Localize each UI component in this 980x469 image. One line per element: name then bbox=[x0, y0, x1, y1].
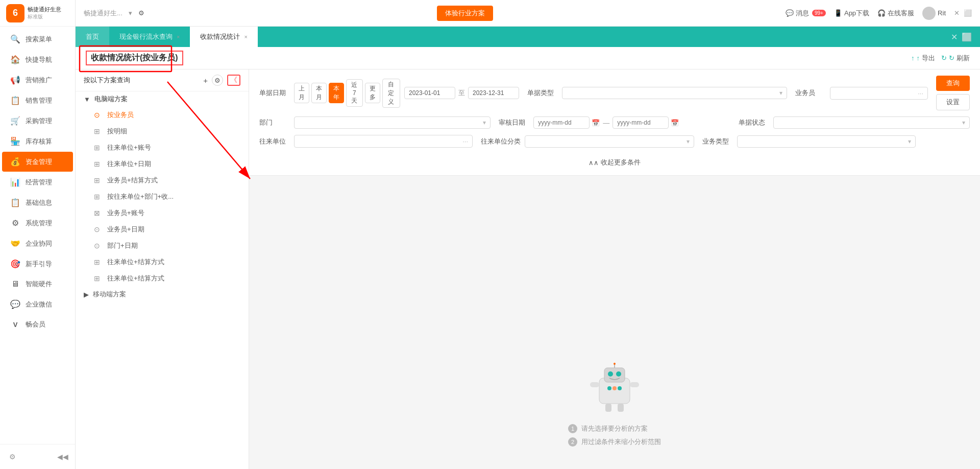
partner-payment1-icon: ⊞ bbox=[94, 258, 103, 266]
partner-category-select[interactable]: ▾ bbox=[525, 135, 694, 148]
sidebar-item-member[interactable]: V 畅会员 bbox=[2, 315, 73, 334]
app-download-btn[interactable]: 📱 App下载 bbox=[834, 9, 869, 18]
partner-payment2-icon: ⊞ bbox=[94, 274, 103, 283]
audit-date-label: 审核日期 bbox=[499, 118, 529, 127]
sidebar-item-wechat[interactable]: 💬 企业微信 bbox=[2, 294, 73, 314]
dept-select[interactable]: ▾ bbox=[294, 116, 491, 129]
scheme-item-partner-dept[interactable]: ⊞ 按往来单位+部门+收... bbox=[76, 189, 249, 205]
filter-collapse-btn[interactable]: 《 bbox=[227, 75, 240, 86]
online-support-btn[interactable]: 🎧 在线客服 bbox=[877, 9, 914, 18]
tab-home[interactable]: 首页 bbox=[76, 27, 109, 47]
sidebar-item-finance[interactable]: 💰 资金管理 bbox=[2, 152, 73, 172]
tip-num-2: 2 bbox=[568, 437, 577, 447]
mobile-group-header[interactable]: ▶ 移动端方案 bbox=[76, 287, 249, 302]
business-type-select[interactable]: ▾ bbox=[737, 135, 916, 148]
sidebar-item-sales[interactable]: 📋 销售管理 bbox=[2, 90, 73, 110]
scheme-item-by-salesman[interactable]: ⊙ 按业务员 bbox=[76, 107, 249, 123]
tab-bank[interactable]: 现金银行流水查询 × bbox=[109, 27, 190, 47]
settings-btn[interactable]: 设置 bbox=[936, 94, 970, 110]
robot-illustration bbox=[584, 363, 645, 414]
maximize-btn[interactable]: ⬜ bbox=[962, 32, 972, 42]
date-btn-this-month[interactable]: 本月 bbox=[311, 83, 327, 103]
date-btn-this-year[interactable]: 本年 bbox=[329, 83, 344, 103]
sidebar-item-search[interactable]: 🔍 搜索菜单 bbox=[2, 29, 73, 49]
sidebar-item-hardware[interactable]: 🖥 智能硬件 bbox=[2, 274, 73, 294]
date-to-input[interactable] bbox=[468, 87, 519, 99]
partner-input[interactable]: ··· bbox=[294, 135, 473, 148]
date-condition: 单据日期 上月 本月 本年 近7天 更多 自定义 至 bbox=[259, 79, 519, 108]
system-icon: ⚙ bbox=[10, 218, 20, 228]
collapse-conditions-btn[interactable]: ∧∧ 收起更多条件 bbox=[589, 158, 641, 167]
audit-to-input[interactable] bbox=[612, 116, 669, 129]
dept-label: 部门 bbox=[259, 118, 290, 127]
scheme-item-partner-payment1[interactable]: ⊞ 往来单位+结算方式 bbox=[76, 254, 249, 270]
date-btn-last-month[interactable]: 上月 bbox=[294, 83, 309, 103]
doc-type-label: 单据类型 bbox=[527, 88, 558, 98]
ellipsis-icon[interactable]: ··· bbox=[462, 137, 468, 145]
ellipsis-icon[interactable]: ··· bbox=[918, 89, 923, 97]
sidebar-item-system[interactable]: ⚙ 系统管理 bbox=[2, 213, 73, 233]
basic-icon: 📋 bbox=[10, 198, 20, 207]
dropdown-icon[interactable]: ▾ bbox=[129, 9, 132, 17]
scheme-item-salesman-payment[interactable]: ⊞ 业务员+结算方式 bbox=[76, 172, 249, 189]
restore-window-btn[interactable]: ⬜ bbox=[964, 9, 972, 17]
filter-settings-btn[interactable]: ⚙ bbox=[212, 75, 223, 86]
scheme-item-partner-date[interactable]: ⊞ 往来单位+日期 bbox=[76, 156, 249, 172]
industry-btn[interactable]: 体验行业方案 bbox=[437, 6, 493, 21]
topbar-settings-icon[interactable]: ⚙ bbox=[138, 9, 144, 17]
sidebar-item-basic[interactable]: 📋 基础信息 bbox=[2, 193, 73, 213]
desktop-group-header[interactable]: ▼ 电脑端方案 bbox=[76, 91, 249, 107]
tab-receipt[interactable]: 收款情况统计 × bbox=[190, 27, 257, 47]
sidebar-item-purchase[interactable]: 🛒 采购管理 bbox=[2, 111, 73, 131]
sidebar-item-quick[interactable]: 🏠 快捷导航 bbox=[2, 50, 73, 69]
date-btn-7days[interactable]: 近7天 bbox=[346, 79, 363, 107]
calendar-icon-right[interactable]: 📅 bbox=[671, 119, 679, 127]
enterprise-icon: 🤝 bbox=[10, 239, 20, 248]
filter-header-icons: + ⚙ 《 bbox=[203, 75, 240, 86]
sidebar-item-inventory[interactable]: 🏪 库存核算 bbox=[2, 131, 73, 151]
mobile-group-label: 移动端方案 bbox=[93, 290, 126, 299]
refresh-icon: ↻ bbox=[949, 54, 954, 62]
svg-point-8 bbox=[607, 386, 611, 390]
sidebar-item-guide[interactable]: 🎯 新手引导 bbox=[2, 254, 73, 274]
audit-from-input[interactable] bbox=[533, 116, 590, 129]
refresh-btn[interactable]: ↻ 刷新 bbox=[941, 54, 970, 63]
scheme-item-label: 往来单位+结算方式 bbox=[107, 274, 164, 283]
close-window-btn[interactable]: ✕ bbox=[954, 9, 960, 17]
date-btn-more[interactable]: 更多 bbox=[365, 83, 380, 103]
sidebar-item-label: 快捷导航 bbox=[26, 55, 52, 64]
doc-status-select[interactable]: ▾ bbox=[773, 116, 970, 129]
scheme-item-by-mingxi[interactable]: ⊞ 按明细 bbox=[76, 123, 249, 139]
export-btn[interactable]: ↑ 导出 bbox=[911, 54, 935, 63]
date-btn-custom[interactable]: 自定义 bbox=[382, 79, 400, 108]
audit-date-condition: 审核日期 📅 — 📅 bbox=[499, 116, 730, 129]
sidebar-item-marketing[interactable]: 📢 营销推广 bbox=[2, 70, 73, 90]
doc-type-select[interactable]: ▾ bbox=[562, 87, 787, 99]
filter-panel: 按以下方案查询 + ⚙ 《 ▼ 电脑端方案 ⊙ 按业务员 ⊞ bbox=[76, 69, 249, 469]
scheme-item-partner-account[interactable]: ⊞ 往来单位+账号 bbox=[76, 139, 249, 156]
sidebar-item-enterprise[interactable]: 🤝 企业协同 bbox=[2, 233, 73, 253]
user-area[interactable]: Rit bbox=[922, 7, 946, 20]
date-from-input[interactable] bbox=[404, 87, 455, 99]
messages-btn[interactable]: 💬 消息 99+ bbox=[786, 9, 826, 18]
scheme-item-dept-date[interactable]: ⊙ 部门+日期 bbox=[76, 238, 249, 254]
dept-condition: 部门 ▾ bbox=[259, 116, 491, 129]
close-all-tabs-btn[interactable]: ✕ bbox=[951, 32, 958, 42]
scheme-item-salesman-account[interactable]: ⊠ 业务员+账号 bbox=[76, 205, 249, 221]
tab-receipt-close[interactable]: × bbox=[244, 34, 247, 40]
scheme-item-partner-payment2[interactable]: ⊞ 往来单位+结算方式 bbox=[76, 270, 249, 287]
footer-settings-button[interactable]: ⚙ bbox=[4, 449, 20, 465]
calendar-icon-left[interactable]: 📅 bbox=[592, 119, 600, 127]
salesman-input[interactable]: ··· bbox=[830, 87, 928, 100]
footer-collapse-button[interactable]: ◀◀ bbox=[55, 449, 71, 465]
scheme-item-salesman-date[interactable]: ⊙ 业务员+日期 bbox=[76, 221, 249, 238]
tab-bank-close[interactable]: × bbox=[177, 34, 180, 40]
page-header: 收款情况统计(按业务员) ↑ 导出 ↻ 刷新 bbox=[76, 47, 980, 69]
sidebar-item-label: 系统管理 bbox=[26, 219, 52, 228]
chevron-down-icon: ▾ bbox=[483, 119, 486, 126]
topbar-right: 💬 消息 99+ 📱 App下载 🎧 在线客服 Rit ✕ ⬜ bbox=[786, 7, 972, 20]
sidebar-item-operations[interactable]: 📊 经营管理 bbox=[2, 172, 73, 192]
filter-add-btn[interactable]: + bbox=[203, 76, 208, 85]
svg-point-10 bbox=[618, 386, 622, 390]
query-btn[interactable]: 查询 bbox=[936, 76, 970, 91]
